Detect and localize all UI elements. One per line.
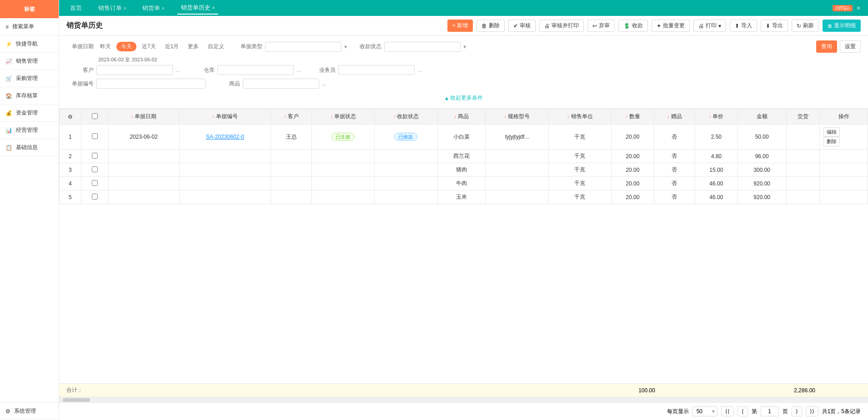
last-page-button[interactable]: ⟩⟩: [806, 406, 818, 416]
per-page-select-wrapper[interactable]: 10 20 50 100 ▾: [692, 406, 717, 416]
import-button[interactable]: ⬆ 导入: [730, 20, 757, 32]
today-btn[interactable]: 今天: [116, 42, 136, 51]
customer-col-header[interactable]: ↕ 客户: [271, 109, 312, 125]
payment-status-dropdown-icon[interactable]: ▾: [463, 44, 466, 50]
action-cell[interactable]: [820, 190, 868, 204]
row-select-checkbox[interactable]: [92, 153, 98, 159]
delete-action-button[interactable]: 删除: [823, 137, 840, 146]
add-button[interactable]: + 新增: [447, 20, 473, 32]
sidebar-item-sales-mgmt[interactable]: 📈 销售管理: [0, 53, 59, 70]
doc-date-col-header[interactable]: ↕ 单据日期: [108, 109, 179, 125]
sidebar-item-operation-mgmt[interactable]: 📊 经营管理: [0, 122, 59, 139]
spec-cell: [486, 150, 549, 163]
row-select-checkbox[interactable]: [92, 166, 98, 172]
unit-price-col-header[interactable]: ↕ 单价: [695, 109, 738, 125]
qty-col-header[interactable]: ↕ 数量: [612, 109, 654, 125]
action-cell[interactable]: [820, 150, 868, 163]
sidebar-item-finance-mgmt[interactable]: 💰 资金管理: [0, 105, 59, 122]
close-sales-delivery-icon[interactable]: ×: [162, 6, 165, 11]
action-cell[interactable]: 编辑删除: [820, 125, 868, 150]
page-label: 第: [752, 408, 757, 415]
doc-type-dropdown-icon[interactable]: ▾: [344, 44, 347, 50]
salesperson-dots-icon[interactable]: ...: [417, 67, 422, 73]
last1month-btn[interactable]: 近1月: [161, 42, 183, 51]
product-dots-icon[interactable]: ...: [322, 80, 326, 87]
nav-sales-history[interactable]: 销货单历史 ×: [177, 2, 218, 15]
edit-action-button[interactable]: 编辑: [823, 127, 840, 137]
row-checkbox[interactable]: [81, 163, 108, 177]
salesperson-input[interactable]: [338, 65, 415, 75]
warehouse-input[interactable]: [217, 65, 294, 75]
warehouse-dots-icon[interactable]: ...: [296, 67, 301, 73]
customer-dots-icon[interactable]: ...: [176, 67, 180, 73]
doc-status-col-header[interactable]: ↕ 单据状态: [312, 109, 375, 125]
row-select-checkbox[interactable]: [92, 133, 98, 139]
select-all-checkbox[interactable]: [92, 113, 98, 119]
horizontal-scrollbar[interactable]: [59, 397, 868, 402]
row-checkbox[interactable]: [81, 177, 108, 190]
close-sales-order-icon[interactable]: ×: [124, 6, 126, 11]
show-detail-button[interactable]: ≣ 显示明细: [823, 20, 861, 32]
checkbox-col-header[interactable]: [81, 109, 108, 125]
action-cell[interactable]: [820, 177, 868, 190]
page-number-input[interactable]: [761, 406, 779, 416]
discard-button[interactable]: ↩ 弃审: [587, 20, 615, 32]
doc-no-col-header[interactable]: ↕ 单据编号: [179, 109, 271, 125]
yesterday-btn[interactable]: 昨天: [96, 42, 115, 51]
gift-col-header[interactable]: ↕ 赠品: [654, 109, 695, 125]
more-date-btn[interactable]: 更多: [184, 42, 202, 51]
amount-cell: 96.00: [738, 150, 786, 163]
customer-input[interactable]: [96, 65, 173, 75]
sidebar-item-search-menu[interactable]: ≡ 搜索菜单: [0, 18, 59, 35]
per-page-select[interactable]: 10 20 50 100: [692, 406, 717, 416]
product-col-header[interactable]: ↕ 商品: [437, 109, 486, 125]
nav-sales-delivery[interactable]: 销货单 ×: [139, 2, 168, 14]
nav-sales-order[interactable]: 销售订单 ×: [95, 2, 130, 14]
delete-button[interactable]: 🗑 删除: [477, 20, 505, 32]
doc-no-input[interactable]: [96, 79, 206, 89]
gear-col-header[interactable]: ⚙: [60, 109, 81, 125]
sidebar-item-purchase-mgmt[interactable]: 🛒 采购管理: [0, 70, 59, 87]
collect-button[interactable]: 💲 收款: [618, 20, 648, 32]
data-table: ⚙ ↕ 单据日期 ↕ 单据编号 ↕ 客户 ↕ 单据状态 ↕: [59, 109, 868, 204]
spec-cell: tyjyjtyjdf...: [486, 125, 549, 150]
settings-button[interactable]: 设置: [840, 40, 861, 53]
doc-type-input[interactable]: [265, 42, 341, 52]
row-checkbox[interactable]: [81, 125, 108, 150]
scrollbar-thumb[interactable]: [63, 398, 90, 402]
export-button[interactable]: ⬇ 导出: [761, 20, 788, 32]
doc-no-cell[interactable]: SA-20230602-0: [179, 125, 271, 150]
action-cell[interactable]: [820, 163, 868, 177]
spec-col-header[interactable]: ↕ 规格型号: [486, 109, 549, 125]
last7days-btn[interactable]: 近7天: [138, 42, 160, 51]
print-button[interactable]: 🖨 打印 ▾: [693, 20, 726, 32]
row-select-checkbox[interactable]: [92, 194, 98, 200]
audit-print-button[interactable]: 🖨 审核并打印: [539, 20, 584, 32]
row-checkbox[interactable]: [81, 190, 108, 204]
close-sales-history-icon[interactable]: ×: [212, 5, 215, 10]
doc-status-cell: [312, 177, 375, 190]
payment-status-col-header[interactable]: ↕ 收款状态: [375, 109, 437, 125]
sidebar-item-inventory[interactable]: 🏠 库存核算: [0, 87, 59, 105]
batch-change-button[interactable]: ✦ 批量变更: [652, 20, 690, 32]
sidebar-item-quick-nav[interactable]: ⚡ 快捷导航: [0, 35, 59, 53]
window-close-icon[interactable]: ✕: [856, 5, 861, 11]
custom-date-btn[interactable]: 自定义: [204, 42, 228, 51]
audit-button[interactable]: ✔ 审核: [508, 20, 536, 32]
sidebar-item-system-mgmt[interactable]: ⚙ 系统管理: [0, 402, 59, 420]
nav-home[interactable]: 首页: [66, 2, 85, 14]
row-checkbox[interactable]: [81, 150, 108, 163]
sales-unit-col-header[interactable]: ↕ 销售单位: [548, 109, 611, 125]
row-select-checkbox[interactable]: [92, 180, 98, 186]
collapse-button[interactable]: ▲ 收起更多条件: [66, 92, 861, 104]
doc-no-link[interactable]: SA-20230602-0: [206, 134, 244, 140]
product-input[interactable]: [243, 79, 319, 89]
refresh-button[interactable]: ↻ 刷新: [792, 20, 819, 32]
unit-price-cell: 46.00: [695, 190, 738, 204]
prev-page-button[interactable]: ⟨: [738, 406, 748, 416]
sidebar-item-basic-info[interactable]: 📋 基础信息: [0, 139, 59, 156]
query-button[interactable]: 查询: [816, 40, 837, 53]
payment-status-input[interactable]: [384, 42, 461, 52]
next-page-button[interactable]: ⟩: [792, 406, 802, 416]
first-page-button[interactable]: ⟨⟨: [721, 406, 734, 416]
